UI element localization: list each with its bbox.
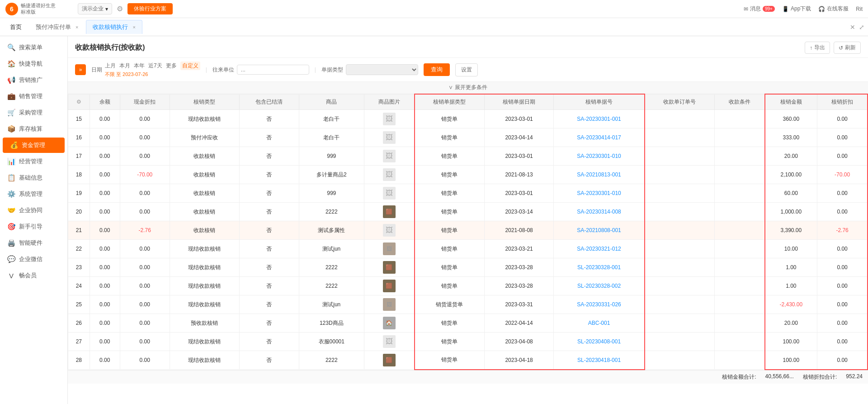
user-name[interactable]: Rit (856, 6, 863, 12)
sidebar-item-purchase[interactable]: 🛒 采购管理 (0, 105, 67, 120)
writeoff-bill-no-link[interactable]: SA-20210813-001 (577, 171, 621, 178)
cell-cancel-type: 收款核销 (170, 203, 239, 221)
writeoff-bill-no-link[interactable]: SL-20230418-001 (577, 357, 621, 363)
writeoff-bill-no-link[interactable]: ABC-001 (588, 320, 610, 326)
date-btn-this-month[interactable]: 本月 (119, 62, 130, 70)
table-gear-icon[interactable]: ⚙ (76, 99, 81, 105)
writeoff-bill-no-link[interactable]: SA-20230414-017 (577, 134, 621, 141)
table-footer: 核销金额合计: 40,556,66... 核销折扣合计: 952.24 (68, 370, 868, 384)
sidebar-item-marketing[interactable]: 📢 营销推广 (0, 72, 67, 88)
date-btn-more[interactable]: 更多 (166, 62, 177, 70)
order-type-select[interactable] (346, 64, 418, 75)
sidebar-item-sales[interactable]: 💼 销售管理 (0, 89, 67, 104)
sidebar-item-operations[interactable]: 📊 经营管理 (0, 154, 67, 169)
cell-receipt-order-no (645, 147, 715, 166)
date-btn-7days[interactable]: 近7天 (148, 62, 162, 70)
sidebar-item-member[interactable]: V 畅会员 (0, 268, 67, 283)
refresh-button[interactable]: ↺ 刷新 (834, 42, 861, 54)
company-selector[interactable]: 演示企业 ▾ (78, 3, 112, 14)
writeoff-bill-no-link[interactable]: SA-20230314-008 (577, 209, 621, 215)
date-btn-last-month[interactable]: 上月 (105, 62, 116, 70)
sidebar-item-search[interactable]: 🔍 搜索菜单 (0, 40, 67, 55)
industry-solution-button[interactable]: 休验行业方案 (127, 3, 173, 14)
table-row: 16 0.00 0.00 预付冲应收 否 老白干 🖼 销货单 2023-04-1… (68, 128, 868, 147)
cell-cancel-type: 收款核销 (170, 184, 239, 203)
cell-writeoff-bill-no: SA-20230321-012 (554, 240, 645, 258)
sidebar-item-hardware[interactable]: 🖨️ 智能硬件 (0, 235, 67, 251)
table-row: 21 0.00 -2.76 收款核销 否 测试多属性 🖼 销货单 2021-08… (68, 221, 868, 240)
cell-writeoff-bill-type: 销货单 (415, 314, 485, 333)
cell-balance: 0.00 (90, 314, 120, 333)
tab-prepay[interactable]: 预付冲应付单 × (29, 20, 85, 34)
cell-product: 2222 (299, 277, 364, 295)
tab-home[interactable]: 首页 (4, 20, 28, 34)
sidebar-item-basic[interactable]: 📋 基础信息 (0, 170, 67, 185)
cell-writeoff-bill-type: 销货单 (415, 277, 485, 295)
cell-receipt-condition (714, 351, 764, 370)
writeoff-bill-no-link[interactable]: SA-20230301-010 (577, 190, 621, 196)
cell-product: 999 (299, 184, 364, 203)
window-close-button[interactable]: ✕ (850, 24, 855, 31)
cell-cancel-type: 收款核销 (170, 166, 239, 184)
sidebar-item-quicknav[interactable]: 🏠 快捷导航 (0, 56, 67, 71)
cell-num: 17 (68, 147, 90, 166)
setting-button[interactable]: 设置 (455, 63, 478, 76)
table-row: 26 0.00 0.00 预收款核销 否 123D商品 🏠 销货单 2022-0… (68, 314, 868, 333)
filter-expand-button[interactable]: » (75, 64, 86, 75)
expand-more-button[interactable]: ∨ 展开更多条件 (448, 84, 487, 91)
home-icon: 🏠 (7, 60, 15, 68)
table-row: 15 0.00 0.00 现结收款核销 否 老白干 🖼 销货单 2023-03-… (68, 110, 868, 128)
cell-cancel-type: 现结收款核销 (170, 333, 239, 351)
cell-include-settled: 否 (239, 258, 299, 277)
tab-prepay-close[interactable]: × (75, 24, 78, 30)
writeoff-bill-no-link[interactable]: SA-20230321-012 (577, 246, 621, 252)
cell-balance: 0.00 (90, 295, 120, 314)
date-btn-this-year[interactable]: 本年 (134, 62, 145, 70)
writeoff-bill-no-link[interactable]: SA-20230301-010 (577, 153, 621, 159)
sidebar-item-wechat[interactable]: 💬 企业微信 (0, 252, 67, 267)
cell-writeoff-discount: -2.76 (817, 221, 868, 240)
cell-receipt-condition (714, 128, 764, 147)
col-header-icon: ⚙ (68, 94, 90, 110)
table-row: 27 0.00 0.00 现结收款核销 否 衣服00001 🖼 销货单 2023… (68, 333, 868, 351)
writeoff-bill-no-link[interactable]: SL-20230328-001 (577, 264, 621, 271)
sidebar-item-inventory[interactable]: 📦 库存核算 (0, 121, 67, 137)
page-header: 收款核销执行(按收款) ↑ 导出 ↺ 刷新 (68, 36, 868, 58)
cell-num: 26 (68, 314, 90, 333)
cell-writeoff-amount: 100.00 (765, 333, 817, 351)
app-download-button[interactable]: 📱 App下载 (782, 5, 811, 13)
date-custom-button[interactable]: 自定义 (180, 62, 200, 70)
cell-num: 15 (68, 110, 90, 128)
cell-writeoff-amount: 20.00 (765, 314, 817, 333)
writeoff-bill-no-link[interactable]: SA-20230301-001 (577, 116, 621, 122)
search-icon: 🔍 (7, 43, 15, 52)
tab-writeoff[interactable]: 收款核销执行 × (86, 20, 142, 34)
query-button[interactable]: 查询 (424, 63, 450, 76)
message-button[interactable]: ✉ 消息 99+ (744, 5, 775, 13)
cell-writeoff-discount: 0.00 (817, 258, 868, 277)
sidebar-item-collab[interactable]: 🤝 企业协同 (0, 203, 67, 218)
cell-product-img: 🖼 (364, 110, 414, 128)
cell-cancel-type: 预付冲应收 (170, 128, 239, 147)
settings-icon[interactable]: ⚙ (117, 5, 123, 13)
col-header-balance: 余额 (90, 94, 120, 110)
writeoff-bill-no-link[interactable]: SA-20210808-001 (577, 227, 621, 233)
cell-receipt-order-no (645, 240, 715, 258)
tab-writeoff-close[interactable]: × (132, 24, 135, 30)
cell-writeoff-bill-no: SA-20230414-017 (554, 128, 645, 147)
cell-writeoff-discount: -70.00 (817, 166, 868, 184)
writeoff-bill-no-link[interactable]: SA-20230331-026 (577, 301, 621, 308)
writeoff-bill-no-link[interactable]: SL-20230328-002 (577, 283, 621, 289)
window-maximize-button[interactable]: ⤢ (859, 24, 864, 31)
writeoff-bill-no-link[interactable]: SL-20230408-001 (577, 338, 621, 345)
sidebar-item-finance[interactable]: 💰 资金管理 (3, 138, 65, 153)
sidebar-item-system[interactable]: ⚙️ 系统管理 (0, 186, 67, 202)
total-amount-value: 40,556,66... (765, 373, 794, 381)
sidebar-item-guide[interactable]: 🎯 新手引导 (0, 219, 67, 234)
cell-writeoff-amount: 333.00 (765, 128, 817, 147)
online-service-button[interactable]: 🎧 在线客服 (818, 5, 849, 13)
cell-writeoff-bill-date: 2021-08-13 (484, 166, 554, 184)
partner-input[interactable] (237, 65, 309, 75)
export-button[interactable]: ↑ 导出 (805, 42, 830, 54)
cell-cash-discount: 0.00 (120, 184, 170, 203)
